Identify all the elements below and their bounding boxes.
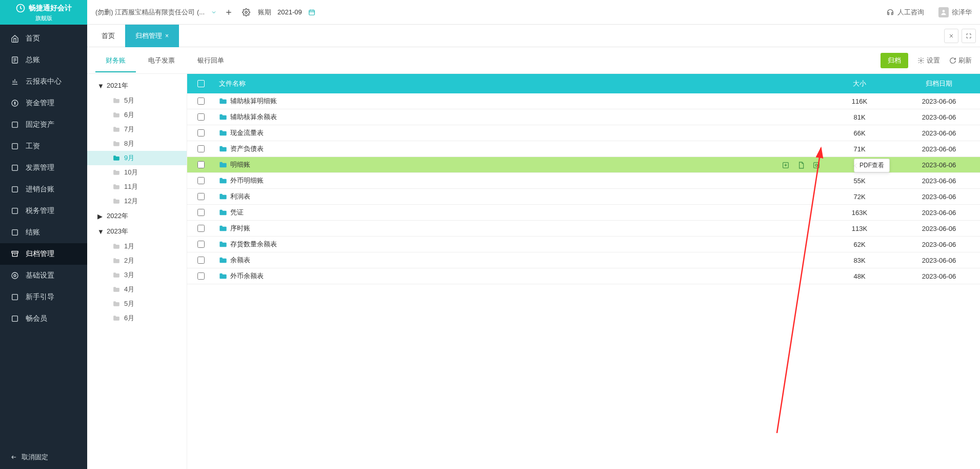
table-row[interactable]: 存货数量余额表62K2023-06-06 (187, 237, 980, 252)
table-row[interactable]: 序时账113K2023-06-06 (187, 221, 980, 237)
row-checkbox[interactable] (197, 129, 205, 136)
folder-icon (113, 243, 120, 249)
nav-item-6[interactable]: 发票管理 (0, 157, 87, 179)
tree-year[interactable]: ▼2021年 (87, 78, 187, 93)
brand-edition: 旗舰版 (35, 14, 52, 22)
row-checkbox[interactable] (197, 161, 205, 168)
tree-month[interactable]: 7月 (87, 122, 187, 136)
tree-month[interactable]: 6月 (87, 311, 187, 325)
calendar-icon[interactable] (308, 9, 315, 16)
table-row[interactable]: 明细账46K2023-06-06PDF查看 (187, 157, 980, 173)
file-name: 现金流量表 (230, 128, 264, 138)
nav-item-4[interactable]: 固定资产 (0, 114, 87, 135)
topbar: (勿删) 江西服宝精品有限责任公司 (... 账期 2021-09 人工咨询 (87, 0, 980, 25)
nav-item-7[interactable]: 进销台账 (0, 179, 87, 200)
settings-label: 设置 (927, 56, 940, 65)
file-table: 文件名称 大小 归档日期 辅助核算明细账116K2023-06-06辅助核算余额… (187, 74, 980, 469)
nav-item-1[interactable]: 总账 (0, 49, 87, 71)
sidebar: 畅捷通好会计 旗舰版 首页总账云报表中心资金管理固定资产工资发票管理进销台账税务… (0, 0, 87, 469)
user-menu[interactable]: 徐泽华 (938, 7, 972, 17)
subtab-finance[interactable]: 财务账 (95, 49, 136, 72)
tab-home[interactable]: 首页 (91, 25, 125, 47)
tree-month[interactable]: 8月 (87, 136, 187, 151)
pdf-icon[interactable] (796, 161, 806, 170)
row-checkbox[interactable] (197, 209, 205, 216)
nav-item-10[interactable]: 归档管理 (0, 243, 87, 265)
close-tab-button[interactable] (944, 29, 958, 43)
nav-item-3[interactable]: 资金管理 (0, 92, 87, 114)
row-checkbox[interactable] (197, 113, 205, 121)
company-selector-label[interactable]: (勿删) 江西服宝精品有限责任公司 (... (95, 8, 205, 17)
tree-month[interactable]: 10月 (87, 165, 187, 180)
row-checkbox[interactable] (197, 97, 205, 105)
download-icon[interactable] (781, 161, 790, 170)
close-icon[interactable]: × (165, 32, 169, 40)
table-row[interactable]: 外币明细账55K2023-06-06 (187, 173, 980, 189)
table-row[interactable]: 辅助核算明细账116K2023-06-06 (187, 93, 980, 109)
table-row[interactable]: 利润表72K2023-06-06 (187, 189, 980, 205)
tree-year[interactable]: ▼2023年 (87, 224, 187, 239)
tree-month[interactable]: 2月 (87, 253, 187, 268)
table-row[interactable]: 辅助核算余额表81K2023-06-06 (187, 109, 980, 125)
table-row[interactable]: 凭证163K2023-06-06 (187, 205, 980, 221)
tree-month[interactable]: 6月 (87, 108, 187, 122)
nav-item-11[interactable]: 基础设置 (0, 265, 87, 286)
refresh-link[interactable]: 刷新 (949, 56, 972, 65)
fullscreen-button[interactable] (962, 29, 976, 43)
period-value[interactable]: 2021-09 (277, 8, 302, 16)
tree-month[interactable]: 1月 (87, 239, 187, 253)
tree-month[interactable]: 11月 (87, 180, 187, 194)
tree-year[interactable]: ▶2022年 (87, 208, 187, 224)
row-checkbox[interactable] (197, 145, 205, 152)
username-label: 徐泽华 (952, 8, 972, 17)
nav-item-12[interactable]: 新手引导 (0, 286, 87, 308)
row-checkbox[interactable] (197, 257, 205, 264)
preview-icon[interactable] (812, 161, 821, 170)
row-checkbox[interactable] (197, 272, 205, 280)
nav-item-13[interactable]: 畅会员 (0, 308, 87, 329)
tree-month[interactable]: 5月 (87, 297, 187, 311)
nav-item-9[interactable]: 结账 (0, 222, 87, 243)
add-company-button[interactable] (223, 7, 234, 18)
table-row[interactable]: 资产负债表71K2023-06-06 (187, 141, 980, 157)
nav-item-5[interactable]: 工资 (0, 135, 87, 157)
row-checkbox[interactable] (197, 193, 205, 200)
chevron-down-icon[interactable] (211, 9, 217, 15)
table-row[interactable]: 余额表83K2023-06-06 (187, 252, 980, 268)
tree-month[interactable]: 3月 (87, 268, 187, 282)
sidebar-unpin-label: 取消固定 (22, 453, 48, 462)
nav-item-2[interactable]: 云报表中心 (0, 71, 87, 92)
folder-icon (113, 169, 120, 175)
settings-link[interactable]: 设置 (917, 56, 940, 65)
select-all-checkbox[interactable] (197, 80, 205, 87)
archive-button[interactable]: 归档 (881, 53, 908, 68)
nav-item-8[interactable]: 税务管理 (0, 200, 87, 222)
invoice-icon (10, 163, 19, 172)
folder-icon (219, 113, 227, 121)
settings-icon (10, 271, 19, 280)
row-checkbox[interactable] (197, 225, 205, 232)
tab-label: 首页 (102, 31, 115, 41)
file-date: 2023-06-06 (898, 225, 980, 232)
tree-month[interactable]: 4月 (87, 282, 187, 297)
headset-icon (886, 8, 894, 16)
table-row[interactable]: 现金流量表66K2023-06-06 (187, 125, 980, 141)
file-name: 凭证 (230, 208, 244, 217)
row-checkbox[interactable] (197, 177, 205, 184)
page-tabs: 首页 归档管理 × (87, 25, 980, 47)
subtab-bank[interactable]: 银行回单 (187, 49, 234, 72)
tab-archive[interactable]: 归档管理 × (125, 25, 179, 47)
file-date: 2023-06-06 (898, 257, 980, 264)
subtab-einvoice[interactable]: 电子发票 (138, 49, 185, 72)
table-row[interactable]: 外币余额表48K2023-06-06 (187, 268, 980, 284)
tree-month[interactable]: 5月 (87, 93, 187, 108)
tree-month[interactable]: 12月 (87, 194, 187, 208)
row-checkbox[interactable] (197, 241, 205, 248)
folder-icon (113, 301, 120, 307)
nav-item-0[interactable]: 首页 (0, 28, 87, 49)
tree-month[interactable]: 9月 (87, 151, 187, 165)
sidebar-unpin[interactable]: 取消固定 (0, 445, 87, 469)
inventory-icon (10, 185, 19, 194)
consult-button[interactable]: 人工咨询 (886, 8, 924, 17)
company-settings-button[interactable] (241, 7, 252, 18)
